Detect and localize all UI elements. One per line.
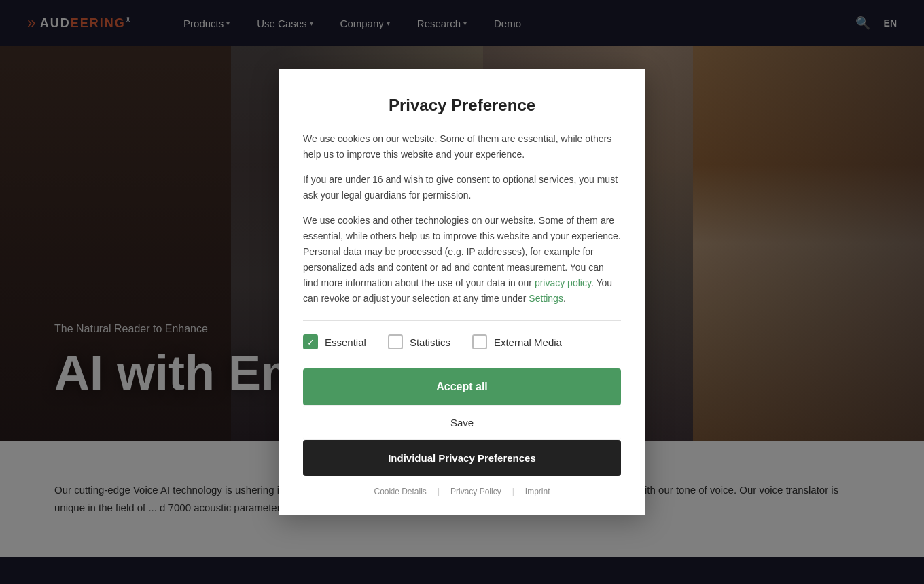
modal-backdrop: Privacy Preference We use cookies on our… <box>0 0 924 557</box>
checkbox-row: ✓ Essential Statistics External Media <box>303 334 621 349</box>
modal-para3: We use cookies and other technologies on… <box>303 213 621 307</box>
footer-sep-1: | <box>438 487 440 496</box>
settings-link[interactable]: Settings <box>529 293 563 304</box>
accept-all-button[interactable]: Accept all <box>303 368 621 405</box>
checkbox-external-media[interactable]: External Media <box>472 334 562 349</box>
checkbox-statistics-label: Statistics <box>410 337 450 348</box>
checkbox-essential-label: Essential <box>325 337 366 348</box>
privacy-policy-link[interactable]: privacy policy <box>535 277 591 288</box>
modal-para2: If you are under 16 and wish to give con… <box>303 172 621 203</box>
checkbox-essential[interactable]: ✓ Essential <box>303 334 366 349</box>
button-group: Accept all Save Individual Privacy Prefe… <box>303 368 621 476</box>
modal-footer: Cookie Details | Privacy Policy | Imprin… <box>303 487 621 496</box>
checkbox-statistics[interactable]: Statistics <box>388 334 450 349</box>
checkbox-essential-box[interactable]: ✓ <box>303 334 318 349</box>
checkbox-external-box[interactable] <box>472 334 487 349</box>
footer-sep-2: | <box>512 487 514 496</box>
privacy-modal: Privacy Preference We use cookies on our… <box>279 69 645 516</box>
cookie-details-link[interactable]: Cookie Details <box>374 487 427 496</box>
privacy-policy-footer-link[interactable]: Privacy Policy <box>450 487 501 496</box>
checkbox-statistics-box[interactable] <box>388 334 403 349</box>
individual-preferences-button[interactable]: Individual Privacy Preferences <box>303 440 621 476</box>
imprint-link[interactable]: Imprint <box>525 487 550 496</box>
checkbox-external-label: External Media <box>494 337 562 348</box>
modal-para1: We use cookies on our website. Some of t… <box>303 131 621 162</box>
save-button[interactable]: Save <box>303 405 621 440</box>
modal-title: Privacy Preference <box>303 96 621 115</box>
modal-divider <box>303 320 621 321</box>
